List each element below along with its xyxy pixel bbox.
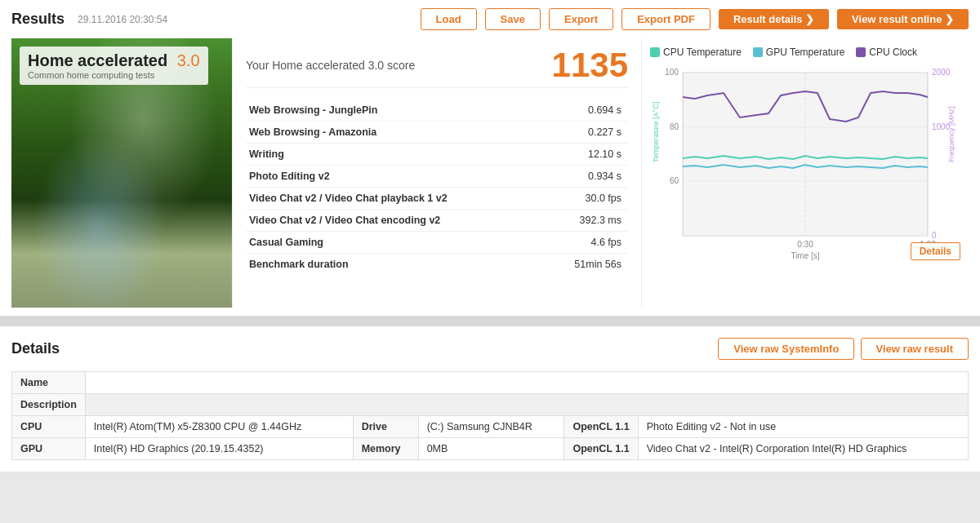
cpu-temp-dot	[650, 47, 660, 57]
desc-header-cell: Description	[12, 394, 86, 416]
results-date: 29.11.2016 20:30:54	[78, 14, 167, 25]
score-val: 4.6 fps	[545, 232, 628, 254]
score-name: Web Browsing - JunglePin	[246, 100, 545, 122]
gpu-label: GPU	[12, 438, 86, 460]
opencl1-value: Photo Editing v2 - Not in use	[638, 416, 968, 438]
save-button[interactable]: Save	[485, 8, 541, 30]
opencl1-label: OpenCL 1.1	[564, 416, 638, 438]
view-sysinfo-button[interactable]: View raw SystemInfo	[718, 338, 854, 360]
export-pdf-button[interactable]: Export PDF	[621, 8, 710, 30]
desc-value-cell	[85, 394, 968, 416]
benchmark-info: Home accelerated 3.0 Common home computi…	[20, 47, 208, 85]
svg-text:Temperature [A°C]: Temperature [A°C]	[652, 102, 660, 162]
score-label: Your Home accelerated 3.0 score	[246, 59, 552, 72]
score-val: 0.227 s	[545, 122, 628, 144]
export-button[interactable]: Export	[549, 8, 613, 30]
opencl2-value: Video Chat v2 - Intel(R) Corporation Int…	[638, 438, 968, 460]
svg-text:Time [s]: Time [s]	[791, 251, 819, 260]
gpu-temp-dot	[753, 47, 763, 57]
legend-cpu-temp: CPU Temperature	[650, 47, 742, 58]
score-name: Casual Gaming	[246, 232, 545, 254]
score-name: Writing	[246, 144, 545, 166]
memory-value: 0MB	[418, 438, 564, 460]
name-value-cell	[85, 372, 968, 394]
svg-text:60: 60	[670, 176, 679, 185]
drive-value: (C:) Samsung CJNB4R	[418, 416, 564, 438]
score-name: Photo Editing v2	[246, 166, 545, 188]
score-val: 51min 56s	[545, 254, 628, 276]
results-title: Results	[11, 11, 65, 28]
details-title: Details	[11, 340, 365, 357]
table-row: CPU Intel(R) Atom(TM) x5-Z8300 CPU @ 1.4…	[12, 416, 969, 438]
details-header: Details View raw SystemInfo View raw res…	[11, 338, 969, 360]
chart-area: 100 80 60 2000 1000 0 0:30 1:00 Temperat…	[650, 64, 960, 260]
drive-label: Drive	[353, 416, 418, 438]
score-val: 30.0 fps	[545, 188, 628, 210]
gpu-temp-label: GPU Temperature	[766, 47, 845, 58]
svg-text:100: 100	[665, 68, 679, 77]
benchmark-image: Home accelerated 3.0 Common home computi…	[11, 38, 232, 308]
legend-gpu-temp: GPU Temperature	[753, 47, 845, 58]
opencl2-label: OpenCL 1.1	[564, 438, 638, 460]
svg-text:2000: 2000	[932, 68, 951, 77]
score-row: Web Browsing - JunglePin0.694 s	[246, 100, 628, 122]
svg-text:Frequency [MHz]: Frequency [MHz]	[947, 106, 956, 162]
details-section: Details View raw SystemInfo View raw res…	[0, 326, 980, 472]
separator	[0, 317, 980, 326]
chart-details-button[interactable]: Details	[911, 242, 960, 260]
chart-panel: CPU Temperature GPU Temperature CPU Cloc…	[642, 38, 969, 308]
legend-cpu-clock: CPU Clock	[856, 47, 917, 58]
score-row: Photo Editing v20.934 s	[246, 166, 628, 188]
benchmark-name: Home accelerated	[28, 51, 167, 69]
result-details-button[interactable]: Result details ❯	[719, 9, 829, 29]
name-header-cell: Name	[12, 372, 86, 394]
scores-panel: Your Home accelerated 3.0 score 1135 Web…	[232, 38, 642, 308]
memory-label: Memory	[353, 438, 418, 460]
cpu-label: CPU	[12, 416, 86, 438]
score-row: Writing12.10 s	[246, 144, 628, 166]
table-row: GPU Intel(R) HD Graphics (20.19.15.4352)…	[12, 438, 969, 460]
score-name: Benchmark duration	[246, 254, 545, 276]
chart-legend: CPU Temperature GPU Temperature CPU Cloc…	[650, 47, 960, 58]
score-name: Video Chat v2 / Video Chat playback 1 v2	[246, 188, 545, 210]
score-val: 0.934 s	[545, 166, 628, 188]
score-row: Benchmark duration51min 56s	[246, 254, 628, 276]
cpu-temp-label: CPU Temperature	[663, 47, 742, 58]
svg-text:0: 0	[932, 231, 937, 240]
cpu-clock-dot	[856, 47, 866, 57]
chart-svg: 100 80 60 2000 1000 0 0:30 1:00 Temperat…	[650, 64, 960, 260]
gpu-value: Intel(R) HD Graphics (20.19.15.4352)	[85, 438, 353, 460]
score-row: Web Browsing - Amazonia0.227 s	[246, 122, 628, 144]
score-value: 1135	[552, 48, 628, 82]
view-result-button[interactable]: View raw result	[861, 338, 969, 360]
svg-text:0:30: 0:30	[797, 240, 813, 249]
score-val: 12.10 s	[545, 144, 628, 166]
cpu-value: Intel(R) Atom(TM) x5-Z8300 CPU @ 1.44GHz	[85, 416, 353, 438]
score-val: 392.3 ms	[545, 210, 628, 232]
score-val: 0.694 s	[545, 100, 628, 122]
svg-text:80: 80	[670, 122, 679, 131]
benchmark-description: Common home computing tests	[28, 70, 200, 80]
scores-table: Web Browsing - JunglePin0.694 sWeb Brows…	[246, 100, 628, 275]
score-row: Video Chat v2 / Video Chat encoding v239…	[246, 210, 628, 232]
details-table: Name Description CPU Intel(R) Atom(TM) x…	[11, 371, 969, 460]
score-name: Web Browsing - Amazonia	[246, 122, 545, 144]
benchmark-version: 3.0	[177, 51, 200, 69]
score-row: Video Chat v2 / Video Chat playback 1 v2…	[246, 188, 628, 210]
view-online-button[interactable]: View result online ❯	[837, 9, 969, 29]
load-button[interactable]: Load	[421, 8, 477, 30]
score-name: Video Chat v2 / Video Chat encoding v2	[246, 210, 545, 232]
cpu-clock-label: CPU Clock	[869, 47, 917, 58]
score-row: Casual Gaming4.6 fps	[246, 232, 628, 254]
